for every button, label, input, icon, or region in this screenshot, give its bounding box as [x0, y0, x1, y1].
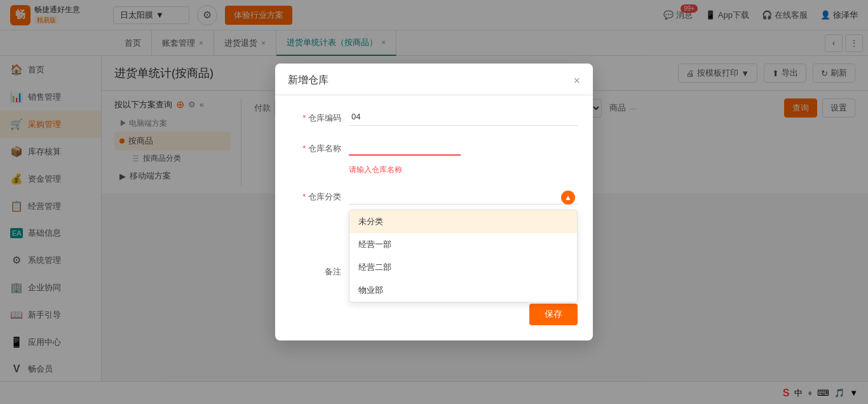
dropdown-item-dept2[interactable]: 经营二部 [349, 256, 577, 279]
name-label: * 仓库名称 [290, 138, 341, 154]
category-dropdown-list: 未分类 经营一部 经营二部 物业部 [349, 210, 578, 302]
name-required-star: * [302, 144, 306, 153]
category-dropdown-btn[interactable]: ▲ [561, 191, 575, 205]
modal-overlay: 新增仓库 × * 仓库编码 * 仓库名称 [0, 0, 868, 404]
name-input[interactable] [349, 137, 461, 156]
warehouse-name-row: * 仓库名称 请输入仓库名称 [290, 137, 578, 175]
dropdown-item-uncategorized[interactable]: 未分类 [349, 210, 577, 233]
modal-body: * 仓库编码 * 仓库名称 请输入仓库名称 [275, 95, 593, 304]
code-input[interactable] [349, 108, 578, 126]
dropdown-item-dept1[interactable]: 经营一部 [349, 233, 577, 256]
modal-footer: 保存 [275, 304, 593, 325]
category-input[interactable] [349, 187, 578, 205]
save-button[interactable]: 保存 [529, 304, 578, 325]
note-label: 备注 [290, 262, 341, 278]
code-required-star: * [302, 113, 306, 123]
warehouse-category-row: * 仓库分类 ▲ 未分类 经营一部 经营二部 [290, 187, 578, 205]
modal-title: 新增仓库 [288, 74, 329, 87]
category-required-star: * [302, 192, 306, 201]
code-label: * 仓库编码 [290, 108, 341, 124]
warehouse-code-row: * 仓库编码 [290, 108, 578, 126]
category-label: * 仓库分类 [290, 187, 341, 203]
category-wrapper: ▲ 未分类 经营一部 经营二部 物业部 [349, 187, 578, 205]
name-error-msg: 请输入仓库名称 [349, 165, 402, 175]
dropdown-item-property[interactable]: 物业部 [349, 279, 577, 302]
modal-close-btn[interactable]: × [573, 75, 580, 86]
modal-header: 新增仓库 × [275, 64, 593, 95]
new-warehouse-modal: 新增仓库 × * 仓库编码 * 仓库名称 [275, 64, 593, 340]
